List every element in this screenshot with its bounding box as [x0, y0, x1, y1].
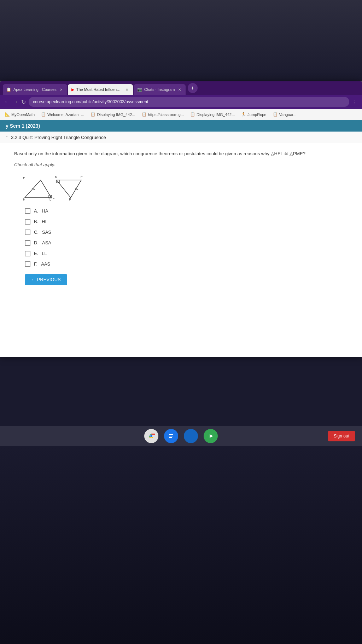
svg-text:P: P	[69, 198, 71, 201]
tab-most-hated[interactable]: ▶ The Most Hated Influencer on... ✕	[68, 84, 133, 95]
back-button[interactable]: ←	[4, 99, 10, 105]
choice-D-label: D.	[34, 240, 39, 245]
question-area: Based only on the information given in t…	[0, 143, 362, 299]
tab-icon-instagram: 📷	[137, 87, 142, 92]
answer-choices: A. HA B. HL C. SAS D. ASA	[25, 208, 348, 267]
quiz-breadcrumb: 3.2.3 Quiz: Proving Right Triangle Congr…	[11, 135, 106, 140]
svg-text:H: H	[23, 198, 25, 201]
taskbar-play-icon[interactable]	[204, 429, 218, 443]
choice-B-label: B.	[34, 219, 38, 224]
svg-line-13	[76, 189, 78, 190]
tab-close-apex[interactable]: ✕	[59, 87, 64, 92]
choice-F-label: F.	[34, 261, 37, 267]
choice-F-value: AAS	[41, 261, 50, 267]
checkbox-F[interactable]	[25, 261, 30, 267]
tab-label-most-hated: The Most Hated Influencer on...	[76, 87, 122, 92]
taskbar-folder-icon[interactable]	[184, 429, 198, 443]
bookmark-jumprope[interactable]: 🏃 JumpRope	[239, 111, 268, 117]
bookmark-icon-myopenmath: 📐	[5, 112, 10, 117]
check-all-label: Check all that apply.	[14, 162, 348, 167]
extensions-button[interactable]: ⋮	[352, 99, 358, 105]
tab-close-instagram[interactable]: ✕	[177, 87, 182, 92]
choice-D: D. ASA	[25, 240, 348, 246]
choice-D-value: ASA	[42, 240, 51, 245]
course-header: y Sem 1 (2023)	[0, 120, 362, 132]
choice-E-value: LL	[42, 251, 47, 256]
svg-point-17	[150, 435, 152, 437]
tab-label-instagram: Chats · Instagram	[144, 87, 175, 92]
browser-window: 📋 Apex Learning - Courses ✕ ▶ The Most H…	[0, 81, 362, 357]
address-bar: ← → ↻ ⋮	[0, 95, 362, 109]
checkbox-C[interactable]	[25, 230, 30, 235]
svg-text:M: M	[55, 175, 58, 179]
bookmark-img442-1[interactable]: 📋 Displaying IMG_442...	[88, 111, 137, 117]
svg-text:E: E	[81, 175, 83, 179]
bookmark-icon-classroom: 📋	[142, 112, 147, 117]
taskbar: Sign out	[0, 426, 362, 446]
tab-icon-video: ▶	[71, 87, 74, 92]
choice-A-label: A.	[34, 208, 38, 214]
svg-text:L: L	[49, 198, 51, 201]
bookmark-icon-jumprope: 🏃	[241, 112, 246, 117]
svg-point-14	[53, 198, 54, 199]
tab-icon-apex: 📋	[6, 87, 11, 92]
bookmark-icon-welcome: 📋	[41, 112, 46, 117]
bookmark-img442-2[interactable]: 📋 Displaying IMG_442...	[188, 111, 237, 117]
bookmark-myopenmath[interactable]: 📐 MyOpenMath	[3, 111, 37, 117]
tab-apex-learning[interactable]: 📋 Apex Learning - Courses ✕	[3, 84, 67, 95]
choice-A: A. HA	[25, 208, 348, 214]
sign-out-button[interactable]: Sign out	[328, 431, 355, 441]
tab-label-apex: Apex Learning - Courses	[13, 87, 57, 92]
taskbar-chrome-icon[interactable]	[144, 429, 158, 443]
svg-marker-5	[57, 180, 81, 198]
choice-E: E. LL	[25, 251, 348, 256]
bookmark-vanguard[interactable]: 📋 Vanguar...	[271, 111, 299, 117]
tab-close-most-hated[interactable]: ✕	[124, 87, 129, 92]
svg-rect-20	[169, 436, 173, 436]
svg-marker-0	[25, 180, 51, 198]
svg-text:E: E	[23, 176, 25, 180]
svg-rect-21	[169, 437, 172, 438]
bookmark-icon-img2: 📋	[190, 112, 195, 117]
triangle-diagram: E H L M P E	[21, 173, 85, 201]
choice-F: F. AAS	[25, 261, 348, 267]
taskbar-file-icon[interactable]	[164, 429, 178, 443]
checkbox-D[interactable]	[25, 240, 30, 246]
checkbox-E[interactable]	[25, 251, 30, 256]
diagram-area: E H L M P E	[21, 173, 348, 201]
bottom-background	[0, 446, 362, 644]
svg-rect-19	[169, 434, 173, 435]
breadcrumb-arrow: ↑	[6, 134, 8, 140]
previous-button[interactable]: ← PREVIOUS	[25, 274, 67, 285]
choice-B-value: HL	[42, 219, 48, 224]
checkbox-A[interactable]	[25, 208, 30, 214]
new-tab-button[interactable]: +	[188, 83, 198, 93]
bookmark-welcome[interactable]: 📋 Welcome, Azariah -...	[39, 111, 86, 117]
address-input[interactable]	[29, 97, 349, 107]
choice-C-value: SAS	[42, 230, 51, 235]
tab-instagram[interactable]: 📷 Chats · Instagram ✕	[134, 84, 186, 95]
forward-button[interactable]: →	[13, 99, 18, 105]
refresh-button[interactable]: ↻	[21, 99, 26, 105]
tab-bar: 📋 Apex Learning - Courses ✕ ▶ The Most H…	[0, 81, 362, 95]
svg-line-11	[33, 189, 35, 190]
top-background	[0, 0, 362, 81]
choice-C: C. SAS	[25, 230, 348, 235]
choice-C-label: C.	[34, 230, 39, 235]
quiz-header: ↑ 3.2.3 Quiz: Proving Right Triangle Con…	[0, 132, 362, 143]
page-content: y Sem 1 (2023) ↑ 3.2.3 Quiz: Proving Rig…	[0, 120, 362, 357]
course-title: y Sem 1 (2023)	[6, 123, 40, 129]
bookmark-icon-vanguard: 📋	[273, 112, 278, 117]
bookmarks-bar: 📐 MyOpenMath 📋 Welcome, Azariah -... 📋 D…	[0, 109, 362, 120]
bookmark-classroom[interactable]: 📋 https://classroom.g...	[140, 111, 186, 117]
choice-B: B. HL	[25, 219, 348, 225]
question-text: Based only on the information given in t…	[14, 150, 348, 158]
choice-A-value: HA	[42, 208, 48, 214]
checkbox-B[interactable]	[25, 219, 30, 225]
choice-E-label: E.	[34, 251, 38, 256]
bookmark-icon-img1: 📋	[90, 112, 95, 117]
